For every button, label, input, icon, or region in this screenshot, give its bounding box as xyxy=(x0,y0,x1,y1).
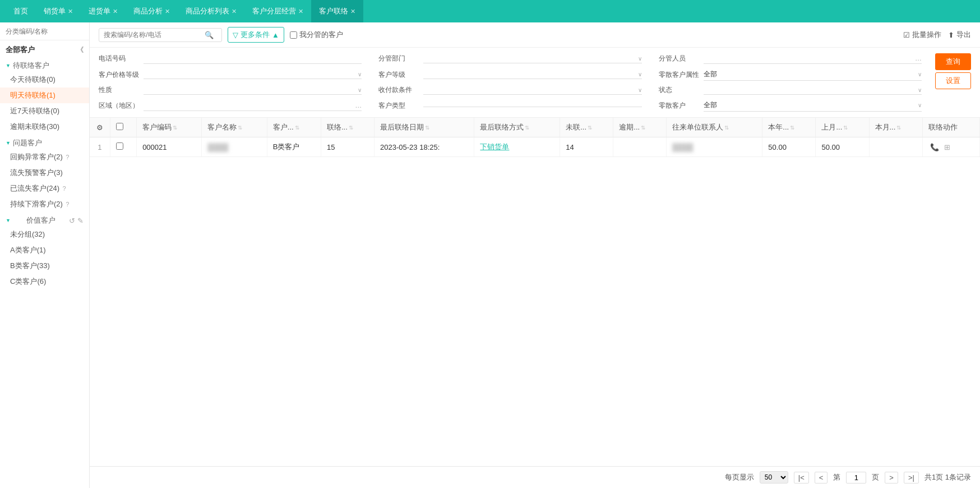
select-all-checkbox[interactable] xyxy=(116,123,123,130)
search-input[interactable] xyxy=(104,31,205,39)
query-button[interactable]: 查询 xyxy=(935,53,971,70)
sidebar-search-input[interactable] xyxy=(6,27,90,35)
first-page-button[interactable]: |< xyxy=(794,472,809,484)
sort-icon: ⇅ xyxy=(843,125,848,131)
row-checkbox[interactable] xyxy=(116,142,123,150)
chevron-down-icon: ∨ xyxy=(638,71,642,77)
th-last-contact-date[interactable]: 最后联络日期 ⇅ xyxy=(375,118,474,137)
sidebar-item-churned[interactable]: 已流失客户(24) ? xyxy=(0,181,89,196)
filter-payment: 收付款条件 ∨ xyxy=(378,85,641,95)
search-icon[interactable]: 🔍 xyxy=(205,31,214,39)
dept-select[interactable]: ∨ xyxy=(423,54,641,63)
sidebar-item-repurchase-abnormal[interactable]: 回购异常客户(2) ? xyxy=(0,149,89,165)
per-page-select[interactable]: 50 100 200 xyxy=(760,471,788,484)
my-customers-checkbox[interactable] xyxy=(290,31,297,39)
th-contact-count[interactable]: 联络... ⇅ xyxy=(321,118,375,137)
ellipsis-icon[interactable]: … xyxy=(915,54,922,62)
nav-purchase-order[interactable]: 进货单 ✕ xyxy=(81,0,126,22)
filter-status: 状态 ∨ xyxy=(659,85,922,95)
filter-phone: 电话号码 xyxy=(99,53,362,64)
batch-operations-button[interactable]: ☑ 批量操作 xyxy=(903,30,941,40)
sidebar-item-7days-contact[interactable]: 近7天待联络(0) xyxy=(0,103,89,119)
group-pending-contact[interactable]: 待联络客户 xyxy=(0,57,89,72)
more-filter-button[interactable]: ▽ 更多条件 ▲ xyxy=(228,27,284,43)
group-problem-customers[interactable]: 问题客户 xyxy=(0,135,89,149)
td-contact-person: ████ xyxy=(667,137,762,157)
customer-type-select[interactable] xyxy=(423,104,641,107)
nav-product-analysis[interactable]: 商品分析 ✕ xyxy=(126,0,178,22)
sort-icon: ⇅ xyxy=(295,125,299,131)
chevron-down-icon: ∨ xyxy=(918,102,922,108)
person-select[interactable]: … xyxy=(704,53,922,64)
td-customer-name: ████ xyxy=(202,137,267,157)
sidebar-item-c-customers[interactable]: C类客户(6) xyxy=(0,274,89,289)
sidebar-item-today-contact[interactable]: 今天待联络(0) xyxy=(0,72,89,88)
page-input[interactable] xyxy=(846,472,866,484)
chevron-down-icon: ∨ xyxy=(918,87,922,93)
collapse-icon[interactable]: 《 xyxy=(77,45,84,55)
all-customers-header[interactable]: 全部客户 《 xyxy=(0,40,89,57)
sidebar-item-ungrouped[interactable]: 未分组(32) xyxy=(0,227,89,242)
td-customer-type: B类客户 xyxy=(267,137,321,157)
th-not-contacted[interactable]: 未联... ⇅ xyxy=(560,118,613,137)
close-icon[interactable]: ✕ xyxy=(165,8,170,15)
th-contact-person[interactable]: 往来单位联系人 ⇅ xyxy=(667,118,762,137)
filter-retail-customer: 零散客户 全部 ∨ xyxy=(659,99,922,112)
filter-row-3: 性质 ∨ 收付款条件 ∨ xyxy=(99,85,922,95)
payment-select[interactable]: ∨ xyxy=(423,86,641,95)
ellipsis-icon[interactable]: … xyxy=(355,102,362,109)
th-customer-code[interactable]: 客户编码 ⇅ xyxy=(137,118,202,137)
close-icon[interactable]: ✕ xyxy=(232,8,237,15)
th-customer-name[interactable]: 客户名称 ⇅ xyxy=(202,118,267,137)
sidebar-item-declining[interactable]: 持续下滑客户(2) ? xyxy=(0,196,89,212)
td-this-month xyxy=(869,137,922,157)
edit-icon[interactable]: ✎ xyxy=(77,217,84,225)
grid-icon[interactable]: ⊞ xyxy=(944,143,950,151)
th-this-month[interactable]: 本月... ⇅ xyxy=(869,118,922,137)
my-customers-checkbox-label[interactable]: 我分管的客户 xyxy=(290,30,343,40)
th-last-contact-method[interactable]: 最后联络方式 ⇅ xyxy=(474,118,560,137)
sidebar-item-a-customers[interactable]: A类客户(1) xyxy=(0,242,89,258)
th-overdue[interactable]: 逾期... ⇅ xyxy=(613,118,667,137)
sidebar-item-overdue-contact[interactable]: 逾期未联络(30) xyxy=(0,119,89,135)
td-checkbox[interactable] xyxy=(110,137,137,157)
nav-product-analysis-list[interactable]: 商品分析列表 ✕ xyxy=(178,0,244,22)
nav-sales-order[interactable]: 销货单 ✕ xyxy=(36,0,81,22)
next-page-button[interactable]: > xyxy=(885,472,898,484)
last-page-button[interactable]: >| xyxy=(904,472,919,484)
export-button[interactable]: ⬆ 导出 xyxy=(948,30,971,40)
retail-attr-select[interactable]: 全部 ∨ xyxy=(704,68,922,81)
sidebar-item-tomorrow-contact[interactable]: 明天待联络(1) xyxy=(0,88,89,103)
nav-home[interactable]: 首页 xyxy=(6,0,36,22)
region-select[interactable]: … xyxy=(144,100,362,111)
nav-customer-contact[interactable]: 客户联络 ✕ xyxy=(311,0,363,22)
th-checkbox[interactable] xyxy=(110,118,137,137)
phone-icon[interactable]: 📞 xyxy=(930,143,939,151)
refresh-icon[interactable]: ↺ xyxy=(69,217,75,225)
customer-level-select[interactable]: ∨ xyxy=(423,70,641,79)
nav-customer-layering[interactable]: 客户分层经营 ✕ xyxy=(244,0,311,22)
close-icon[interactable]: ✕ xyxy=(298,8,303,15)
set-button[interactable]: 设置 xyxy=(935,72,971,89)
filter-row-2: 客户价格等级 ∨ 客户等级 ∨ xyxy=(99,68,922,81)
prev-page-button[interactable]: < xyxy=(815,472,828,484)
th-last-month[interactable]: 上月... ⇅ xyxy=(816,118,869,137)
customer-value-select[interactable]: ∨ xyxy=(144,70,362,79)
td-last-contact-method[interactable]: 下销货单 xyxy=(474,137,560,157)
status-select[interactable]: ∨ xyxy=(704,86,922,95)
th-settings[interactable]: ⚙ xyxy=(90,118,110,137)
sidebar-item-b-customers[interactable]: B类客户(33) xyxy=(0,258,89,274)
filter-retail-attr: 零散客户属性 全部 ∨ xyxy=(659,68,922,81)
filter-person: 分管人员 … xyxy=(659,53,922,64)
close-icon[interactable]: ✕ xyxy=(113,8,118,15)
nature-select[interactable]: ∨ xyxy=(144,86,362,95)
sidebar-item-churn-warning[interactable]: 流失预警客户(3) xyxy=(0,165,89,181)
th-this-year[interactable]: 本年... ⇅ xyxy=(762,118,816,137)
search-box: 🔍 xyxy=(99,28,222,42)
close-icon[interactable]: ✕ xyxy=(350,8,355,15)
phone-input[interactable] xyxy=(144,53,362,64)
export-icon: ⬆ xyxy=(948,31,954,39)
close-icon[interactable]: ✕ xyxy=(68,8,73,15)
retail-customer-select[interactable]: 全部 ∨ xyxy=(704,99,922,112)
th-customer-type[interactable]: 客户... ⇅ xyxy=(267,118,321,137)
